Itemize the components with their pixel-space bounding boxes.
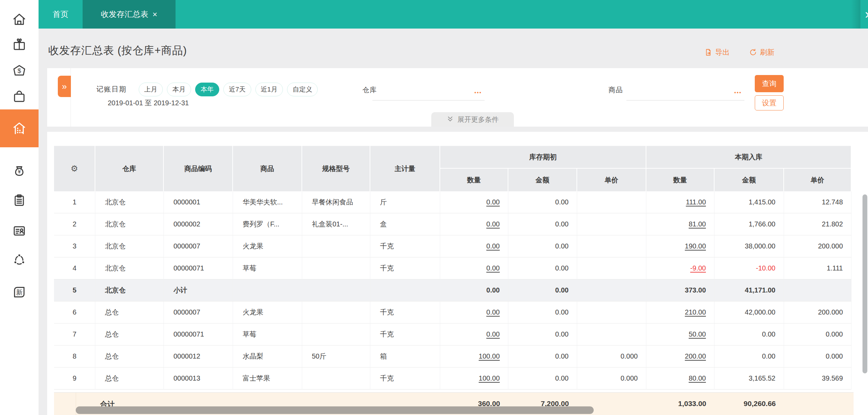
qty-drill-link[interactable]: 0.00 — [486, 308, 500, 316]
qty-drill-link[interactable]: 200.00 — [685, 352, 706, 360]
table-cell: 200.000 — [784, 235, 851, 257]
table-cell: 0.00 — [440, 279, 508, 301]
report-table-panel: ⚙仓库商品编码商品规格型号主计量库存期初本期入库数量金额单价数量金额单价 1北京… — [47, 132, 868, 415]
horizontal-scrollbar-thumb[interactable] — [76, 406, 594, 414]
table-cell: 礼盒装01-... — [302, 213, 370, 235]
table-cell — [577, 323, 646, 345]
sidebar-item-share[interactable] — [0, 247, 39, 272]
sidebar-item-reports[interactable] — [0, 188, 39, 213]
qty-drill-link[interactable]: -9.00 — [690, 264, 706, 272]
settings-button[interactable]: 设置 — [755, 95, 784, 110]
expand-more-conditions-button[interactable]: 展开更多条件 — [431, 112, 514, 127]
table-cell: 0.00 — [714, 323, 784, 345]
export-button[interactable]: 导出 — [704, 47, 730, 57]
warehouse-picker-dots-icon[interactable]: ••• — [474, 89, 482, 95]
table-cell — [577, 279, 646, 301]
warehouse-input[interactable]: ••• — [372, 89, 485, 100]
product-input[interactable]: ••• — [626, 89, 744, 100]
refresh-button[interactable]: 刷新 — [749, 47, 774, 57]
sidebar-item-contacts[interactable] — [0, 219, 39, 243]
qty-drill-link[interactable]: 0.00 — [486, 220, 500, 228]
tab-scroll-right-icon[interactable]: › — [865, 8, 868, 21]
table-cell: 200.000 — [784, 301, 851, 323]
qty-drill-link[interactable]: 0.00 — [486, 242, 500, 250]
num-value: 373.00 — [685, 286, 706, 294]
sidebar-item-new[interactable]: 新 — [0, 280, 39, 305]
qty-drill-link[interactable]: 80.00 — [689, 374, 706, 382]
table-cell: 8 — [54, 345, 95, 368]
table-cell: 总仓 — [95, 301, 164, 323]
num-value: 0.00 — [555, 242, 569, 250]
total-in-qty: 1,033.00 — [678, 400, 706, 408]
date-option-last-7-days[interactable]: 近7天 — [223, 83, 251, 96]
table-cell: 111.00 — [646, 191, 714, 213]
sidebar-item-sales[interactable]: $ — [0, 58, 39, 83]
table-cell: 4 — [54, 257, 95, 279]
table-cell: 0.000 — [784, 323, 851, 345]
qty-drill-link[interactable]: 100.00 — [479, 352, 500, 360]
table-cell — [302, 301, 370, 323]
sidebar-item-home[interactable] — [0, 7, 39, 32]
date-option-this-month[interactable]: 本月 — [167, 83, 191, 96]
table-cell: 0.00 — [440, 235, 508, 257]
gear-icon[interactable]: ⚙ — [71, 164, 78, 173]
svg-text:¥: ¥ — [17, 168, 21, 174]
sidebar-item-finance[interactable]: ¥ — [0, 159, 39, 183]
qty-drill-link[interactable]: 190.00 — [685, 242, 706, 250]
qty-drill-link[interactable]: 0.00 — [486, 198, 500, 206]
table-cell: 200.00 — [646, 345, 714, 368]
table-cell: 华美华夫软... — [233, 191, 302, 213]
qty-drill-link[interactable]: 100.00 — [479, 374, 500, 382]
sidebar-item-purchase[interactable] — [0, 84, 39, 109]
num-value: 0.00 — [762, 330, 775, 338]
table-cell: 100.00 — [440, 345, 508, 368]
double-chevron-right-icon: » — [62, 81, 67, 92]
sub-header-1-2: 单价 — [784, 169, 851, 191]
table-cell: 草莓 — [233, 323, 302, 345]
tab-overflow-shadow — [851, 0, 860, 29]
tab-close-icon[interactable]: × — [152, 10, 157, 19]
num-value: 42,000.00 — [745, 308, 775, 316]
tab-active-label: 收发存汇总表 — [101, 9, 148, 20]
product-picker-dots-icon[interactable]: ••• — [734, 89, 742, 95]
qty-drill-link[interactable]: 0.00 — [486, 330, 500, 338]
date-option-this-year[interactable]: 本年 — [195, 83, 219, 96]
table-cell: 千克 — [370, 368, 440, 390]
table-cell — [577, 191, 646, 213]
table-cell: 0.00 — [508, 345, 577, 368]
num-value: 12.748 — [822, 198, 843, 206]
table-cell: 北京仓 — [95, 257, 164, 279]
sidebar: $ ¥ 新 — [0, 0, 39, 415]
qty-drill-link[interactable]: 0.00 — [486, 264, 500, 272]
sidebar-item-promotions[interactable] — [0, 32, 39, 57]
table-cell: 7 — [54, 323, 95, 345]
qty-drill-link[interactable]: 210.00 — [685, 308, 706, 316]
vertical-scrollbar-thumb[interactable] — [862, 194, 867, 373]
date-option-custom[interactable]: 自定义 — [287, 83, 318, 96]
date-range-value[interactable]: 2019-01-01 至 2019-12-31 — [108, 98, 189, 108]
table-row: 7总仓00000071草莓千克0.000.0050.000.000.000 — [54, 323, 851, 345]
export-label: 导出 — [715, 47, 730, 57]
qty-drill-link[interactable]: 81.00 — [689, 220, 706, 228]
table-cell: 富士苹果 — [233, 368, 302, 390]
table-cell: 0.000 — [577, 345, 646, 368]
table-cell: 3,165.52 — [714, 368, 784, 390]
table-cell: 5 — [54, 279, 95, 301]
table-cell: 北京仓 — [95, 235, 164, 257]
date-option-last-month[interactable]: 上月 — [139, 83, 163, 96]
double-chevron-down-icon — [446, 116, 454, 123]
money-bag-icon: ¥ — [12, 163, 27, 179]
qty-drill-link[interactable]: 111.00 — [686, 198, 706, 206]
tab-home[interactable]: 首页 — [39, 0, 83, 29]
tab-summary-active[interactable]: 收发存汇总表 × — [83, 0, 176, 29]
filter-panel: » 记账日期 上月本月本年近7天近1月自定义 2019-01-01 至 2019… — [47, 68, 868, 127]
table-cell: 373.00 — [646, 279, 714, 301]
date-option-last-1-month[interactable]: 近1月 — [255, 83, 283, 96]
collapse-filters-handle[interactable]: » — [58, 76, 71, 97]
sidebar-item-inventory-active[interactable] — [0, 109, 39, 147]
gift-icon — [12, 37, 27, 52]
qty-drill-link[interactable]: 50.00 — [689, 330, 706, 338]
query-button[interactable]: 查询 — [755, 75, 784, 92]
table-cell: 北京仓 — [95, 191, 164, 213]
table-cell: 100.00 — [440, 368, 508, 390]
